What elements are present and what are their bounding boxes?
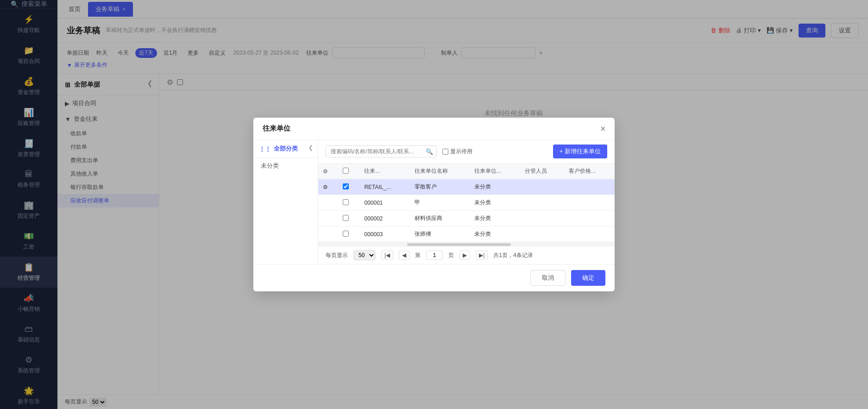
td-name: 材料供应商 <box>410 211 470 227</box>
prev-page-btn[interactable]: ◀ <box>399 251 409 260</box>
modal-body: ⋮⋮ 全部分类 《 未分类 🔍 显示 <box>253 140 615 264</box>
page-suffix: 页 <box>448 252 454 259</box>
td-manager <box>520 211 564 227</box>
td-name: 甲 <box>410 195 470 211</box>
last-page-btn[interactable]: ▶| <box>476 251 488 260</box>
modal-left-panel: ⋮⋮ 全部分类 《 未分类 <box>253 140 318 264</box>
cancel-button[interactable]: 取消 <box>530 270 566 286</box>
modal-uncategorized[interactable]: 未分类 <box>253 158 318 174</box>
td-code: 000003 <box>359 227 410 242</box>
search-wrap: 🔍 <box>326 145 437 157</box>
td-settings <box>318 211 338 227</box>
page-size-select[interactable]: 50 <box>353 250 376 260</box>
td-settings <box>318 227 338 242</box>
td-code: RETAIL_... <box>359 179 410 195</box>
th-code: 往来... <box>359 164 410 179</box>
modal-table: ⚙ 往来... 往来单位名称 往来单位... 分管人员 客户价格... <box>318 164 615 242</box>
modal-title: 往来单位 <box>263 124 290 133</box>
table-row[interactable]: ⚙ RETAIL_... 零散客户 未分类 <box>318 179 615 195</box>
modal-search-icon: 🔍 <box>426 148 433 155</box>
td-price <box>564 179 615 195</box>
td-check[interactable] <box>338 227 359 242</box>
th-select <box>338 164 359 179</box>
table-body: ⚙ RETAIL_... 零散客户 未分类 <box>318 179 615 242</box>
th-manager: 分管人员 <box>520 164 564 179</box>
td-manager <box>520 179 564 195</box>
add-partner-button[interactable]: + 新增往来单位 <box>553 145 607 158</box>
td-manager <box>520 195 564 211</box>
modal-header: 往来单位 × <box>253 118 615 140</box>
show-disabled-text: 显示停用 <box>450 148 472 156</box>
td-manager <box>520 227 564 242</box>
confirm-button[interactable]: 确定 <box>571 270 605 286</box>
td-price <box>564 227 615 242</box>
modal-overlay: 往来单位 × ⋮⋮ 全部分类 《 未分类 <box>0 0 868 409</box>
th-name: 往来单位名称 <box>410 164 470 179</box>
partner-modal: 往来单位 × ⋮⋮ 全部分类 《 未分类 <box>253 118 615 291</box>
td-price <box>564 195 615 211</box>
modal-close-button[interactable]: × <box>600 125 605 133</box>
scrollbar-thumb[interactable] <box>407 243 511 246</box>
modal-category-title: 全部分类 <box>274 145 298 153</box>
td-category: 未分类 <box>470 227 520 242</box>
modal-search-bar: 🔍 显示停用 + 新增往来单位 <box>318 140 615 164</box>
modal-left-header: ⋮⋮ 全部分类 《 <box>253 140 318 158</box>
page-label: 第 <box>415 252 421 259</box>
td-code: 000001 <box>359 195 410 211</box>
td-check[interactable] <box>338 195 359 211</box>
modal-right-panel: 🔍 显示停用 + 新增往来单位 ⚙ <box>318 140 615 264</box>
show-disabled-label[interactable]: 显示停用 <box>442 148 472 156</box>
next-page-btn[interactable]: ▶ <box>459 251 470 260</box>
select-all-modal[interactable] <box>343 168 349 174</box>
td-category: 未分类 <box>470 195 520 211</box>
modal-search-input[interactable] <box>326 145 437 157</box>
table-row[interactable]: 000001 甲 未分类 <box>318 195 615 211</box>
table-header: ⚙ 往来... 往来单位名称 往来单位... 分管人员 客户价格... <box>318 164 615 179</box>
show-disabled-checkbox[interactable] <box>442 149 448 155</box>
grid-dots-icon: ⋮⋮ <box>259 145 271 152</box>
table-row[interactable]: 000003 张师傅 未分类 <box>318 227 615 242</box>
modal-collapse-button[interactable]: 《 <box>306 145 312 153</box>
td-code: 000002 <box>359 211 410 227</box>
td-category: 未分类 <box>470 179 520 195</box>
first-page-btn[interactable]: |◀ <box>381 251 393 260</box>
table-row[interactable]: 000002 材料供应商 未分类 <box>318 211 615 227</box>
modal-pagination: 每页显示 50 |◀ ◀ 第 页 ▶ ▶| 共1页，4条记录 <box>318 246 615 264</box>
per-page-label: 每页显示 <box>326 252 348 259</box>
page-input[interactable] <box>426 251 443 260</box>
td-price <box>564 211 615 227</box>
td-name: 零散客户 <box>410 179 470 195</box>
td-check[interactable] <box>338 179 359 195</box>
partner-table: ⚙ 往来... 往来单位名称 往来单位... 分管人员 客户价格... <box>318 164 615 242</box>
td-name: 张师傅 <box>410 227 470 242</box>
th-category: 往来单位... <box>470 164 520 179</box>
horizontal-scrollbar[interactable] <box>318 242 615 246</box>
modal-actions: 取消 确定 <box>253 264 615 291</box>
td-settings <box>318 195 338 211</box>
modal-uncategorized-label: 未分类 <box>261 162 279 169</box>
td-category: 未分类 <box>470 211 520 227</box>
total-label: 共1页，4条记录 <box>493 252 533 259</box>
td-check[interactable] <box>338 211 359 227</box>
td-settings: ⚙ <box>318 179 338 195</box>
th-settings: ⚙ <box>318 164 338 179</box>
th-price: 客户价格... <box>564 164 615 179</box>
